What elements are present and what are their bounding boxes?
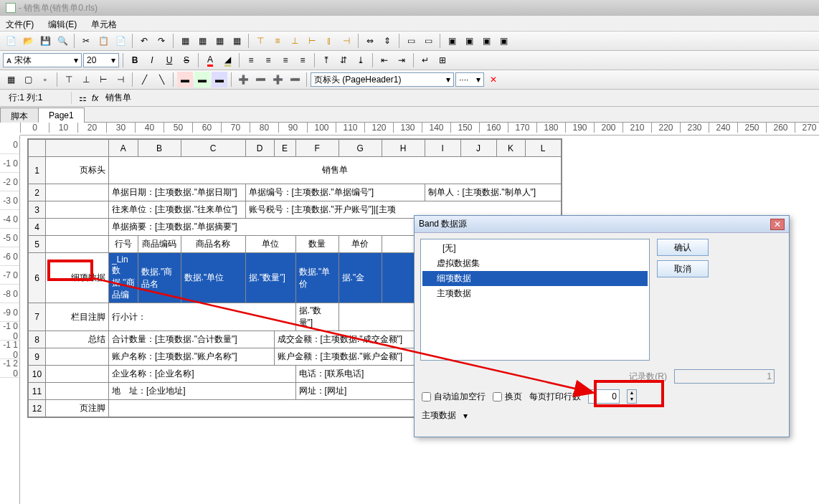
menu-cell[interactable]: 单元格 <box>88 17 120 29</box>
valign-top-icon[interactable]: ⤒ <box>318 52 334 68</box>
rows-per-page-input[interactable] <box>588 389 620 404</box>
cancel-button[interactable]: 取消 <box>657 260 709 277</box>
page-break-checkbox[interactable]: 换页 <box>493 391 522 403</box>
italic-icon[interactable]: I <box>144 52 160 68</box>
grid1-icon[interactable]: ▦ <box>177 33 193 49</box>
delete-row-icon[interactable]: ➖ <box>252 72 268 87</box>
auto-blank-checkbox[interactable]: 自动追加空行 <box>422 391 486 403</box>
align-center2-icon[interactable]: ⫿ <box>321 33 337 49</box>
fx-icon[interactable]: ⚏ fx <box>79 93 98 103</box>
grid4-icon[interactable]: ▦ <box>229 33 245 49</box>
cursor-pos: 行:1 列:1 <box>9 92 42 104</box>
align-left2-icon[interactable]: ⊢ <box>304 33 320 49</box>
valign-mid-icon[interactable]: ⇵ <box>336 52 351 68</box>
font-family-combo[interactable]: ᴀ宋体▾ <box>3 53 82 67</box>
font-color-icon[interactable]: A <box>202 52 218 68</box>
diag2-icon[interactable]: ╲ <box>153 72 169 87</box>
cut-icon[interactable]: ✂ <box>78 33 94 49</box>
band-datasource-dialog: Band 数据源 ✕ [无] 虚拟数据集 细项数据 主项数据 确认 取消 记录数… <box>414 215 790 437</box>
align-left-icon[interactable]: ≡ <box>243 52 259 68</box>
bg2-icon[interactable]: ▬ <box>194 72 210 87</box>
tab-page1[interactable]: Page1 <box>38 108 85 123</box>
menu-bar: 文件(F) 编辑(E) 单元格 <box>0 16 819 32</box>
row-1: 1页标头销售单 <box>29 157 562 184</box>
group-icon[interactable]: ▭ <box>403 33 419 49</box>
border-right-icon[interactable]: ⊣ <box>113 72 128 87</box>
ungroup-icon[interactable]: ▭ <box>420 33 436 49</box>
open-icon[interactable]: 📂 <box>20 33 36 49</box>
indent-dec-icon[interactable]: ⇤ <box>377 52 392 68</box>
menu-file[interactable]: 文件(F) <box>3 17 37 29</box>
align-right2-icon[interactable]: ⊣ <box>339 33 354 49</box>
tree-item-master[interactable]: 主项数据 <box>422 286 648 301</box>
dialog-close-icon[interactable]: ✕ <box>770 219 785 230</box>
preview-icon[interactable]: 🔍 <box>55 33 70 49</box>
formula-text[interactable]: 销售单 <box>105 92 131 104</box>
border-top-icon[interactable]: ⊤ <box>61 72 77 87</box>
insert-row-icon[interactable]: ➕ <box>235 72 251 87</box>
record-count-input <box>674 369 775 384</box>
font-size-combo[interactable]: 20▾ <box>83 53 119 67</box>
band-opts[interactable]: ····▾ <box>455 72 484 87</box>
border-all-icon[interactable]: ▦ <box>3 72 19 87</box>
align-center-icon[interactable]: ≡ <box>260 52 276 68</box>
menu-edit[interactable]: 编辑(E) <box>45 17 80 29</box>
align-bot-icon[interactable]: ⊥ <box>287 33 303 49</box>
master-data-combo[interactable]: ▾ <box>463 411 592 421</box>
align-mid-icon[interactable]: ≡ <box>270 33 285 49</box>
grid2-icon[interactable]: ▦ <box>194 33 210 49</box>
save-icon[interactable]: 💾 <box>37 33 53 49</box>
underline-icon[interactable]: U <box>161 52 177 68</box>
rows-spinner[interactable]: ▲▼ <box>627 389 637 404</box>
new-icon[interactable]: 📄 <box>3 33 19 49</box>
delete-col-icon[interactable]: ➖ <box>287 72 303 87</box>
copy-icon[interactable]: 📋 <box>95 33 111 49</box>
band-del-icon[interactable]: ✕ <box>486 72 501 87</box>
dialog-title: Band 数据源 <box>419 218 467 230</box>
undo-icon[interactable]: ↶ <box>136 33 152 49</box>
strike-icon[interactable]: S <box>179 52 194 68</box>
bold-icon[interactable]: B <box>127 52 143 68</box>
fill-color-icon[interactable]: ◢ <box>219 52 235 68</box>
layer1-icon[interactable]: ▣ <box>444 33 460 49</box>
align-top-icon[interactable]: ⊤ <box>252 33 268 49</box>
border-left-icon[interactable]: ⊢ <box>95 72 111 87</box>
toolbar-border: ▦ ▢ ▫ ⊤ ⊥ ⊢ ⊣ ╱ ╲ ▬ ▬ ▬ ➕ ➖ ➕ ➖ 页标头 (Pag… <box>0 70 819 90</box>
tree-item-virtual[interactable]: 虚拟数据集 <box>422 256 648 271</box>
page-tabs: 脚本 Page1 <box>0 107 819 123</box>
redo-icon[interactable]: ↷ <box>153 33 169 49</box>
indent-inc-icon[interactable]: ⇥ <box>394 52 410 68</box>
merge-icon[interactable]: ⊞ <box>435 52 450 68</box>
diag1-icon[interactable]: ╱ <box>136 72 152 87</box>
border-bot-icon[interactable]: ⊥ <box>78 72 94 87</box>
app-icon <box>6 3 16 13</box>
ruler-vertical: 0-1 0-2 0-3 0-4 0-5 0-6 0-7 0-8 0-9 0-1 … <box>0 135 20 504</box>
dist-h-icon[interactable]: ⇔ <box>362 33 378 49</box>
insert-col-icon[interactable]: ➕ <box>270 72 285 87</box>
dist-v-icon[interactable]: ⇕ <box>379 33 395 49</box>
align-justify-icon[interactable]: ≡ <box>295 52 311 68</box>
paste-icon[interactable]: 📄 <box>113 33 128 49</box>
grid3-icon[interactable]: ▦ <box>212 33 227 49</box>
datasource-tree[interactable]: [无] 虚拟数据集 细项数据 主项数据 <box>420 239 650 361</box>
tab-script[interactable]: 脚本 <box>0 108 39 123</box>
tree-item-none[interactable]: [无] <box>422 241 648 256</box>
master-data-label: 主项数据 <box>422 409 456 422</box>
col-headers: A B C D E F G H I J K L <box>29 140 562 157</box>
ok-button[interactable]: 确认 <box>657 239 709 256</box>
layer2-icon[interactable]: ▣ <box>461 33 477 49</box>
ruler-horizontal: 0102030405060708090100110120130140150160… <box>20 123 819 135</box>
wrap-icon[interactable]: ↵ <box>417 52 433 68</box>
bg1-icon[interactable]: ▬ <box>177 72 193 87</box>
tree-item-detail[interactable]: 细项数据 <box>422 271 648 286</box>
band-combo[interactable]: 页标头 (PageHeader1)▾ <box>311 72 454 87</box>
border-none-icon[interactable]: ▫ <box>37 72 53 87</box>
align-right-icon[interactable]: ≡ <box>278 52 293 68</box>
layer4-icon[interactable]: ▣ <box>496 33 511 49</box>
toolbar-main: 📄 📂 💾 🔍 ✂ 📋 📄 ↶ ↷ ▦ ▦ ▦ ▦ ⊤ ≡ ⊥ ⊢ ⫿ ⊣ ⇔ … <box>0 32 819 51</box>
border-out-icon[interactable]: ▢ <box>20 72 36 87</box>
bg3-icon[interactable]: ▬ <box>212 72 227 87</box>
row-2: 2单据日期：[主项数据."单据日期"]单据编号：[主项数据."单据编号"]制单人… <box>29 184 562 201</box>
valign-bot-icon[interactable]: ⤓ <box>353 52 369 68</box>
layer3-icon[interactable]: ▣ <box>478 33 494 49</box>
